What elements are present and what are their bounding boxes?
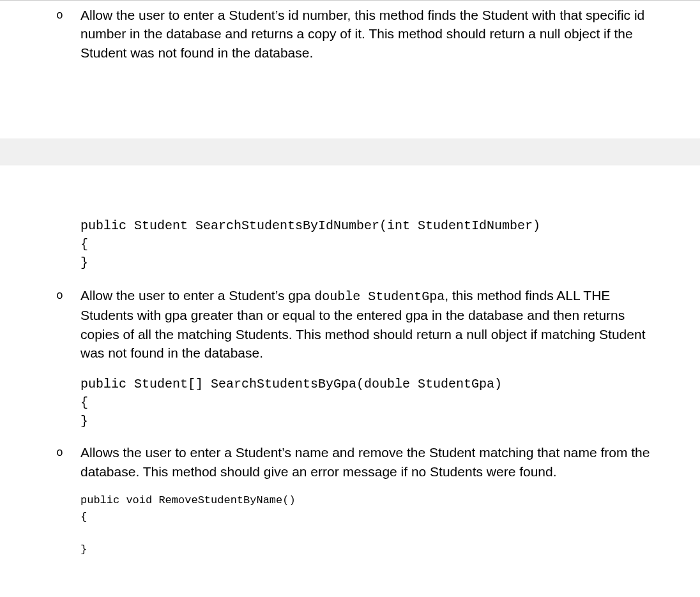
- bullet-item-3: o Allows the user to enter a Student’s n…: [0, 443, 700, 481]
- bullet-item-1: o Allow the user to enter a Student’s id…: [0, 6, 700, 62]
- bullet-marker: o: [56, 6, 80, 62]
- code-block-3: public void RemoveStudentByName() { }: [0, 492, 700, 557]
- bullet-marker: o: [56, 286, 80, 362]
- bullet-item-2: o Allow the user to enter a Student’s gp…: [0, 286, 700, 362]
- bullet-text-2-prefix: Allow the user to enter a Student’s gpa: [80, 288, 314, 303]
- bullet-text-2-code: double StudentGpa: [314, 289, 445, 304]
- bullet-text-1: Allow the user to enter a Student’s id n…: [80, 6, 662, 62]
- page-break: [0, 139, 700, 165]
- code-block-2: public Student[] SearchStudentsByGpa(dou…: [0, 375, 700, 430]
- code-block-1: public Student SearchStudentsByIdNumber(…: [0, 216, 700, 272]
- bullet-text-2: Allow the user to enter a Student’s gpa …: [80, 286, 662, 362]
- bullet-marker: o: [56, 443, 80, 481]
- bullet-text-3: Allows the user to enter a Student’s nam…: [80, 443, 662, 481]
